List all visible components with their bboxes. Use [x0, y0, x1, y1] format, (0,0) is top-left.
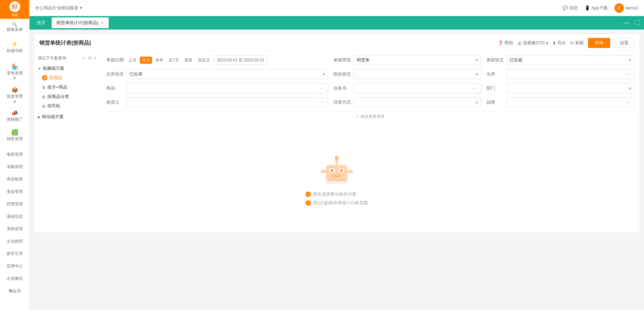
receipt-status-select[interactable]: ▾	[354, 69, 481, 79]
sidebar-search[interactable]: 🔍 搜索菜单	[0, 19, 29, 35]
goods-select[interactable]: ···	[126, 83, 328, 93]
doc-type-select[interactable]: 销货单 ▾	[354, 55, 481, 65]
scheme-item-by-month-goods[interactable]: ▦ 按月+商品	[34, 83, 101, 92]
date-shortcut-more[interactable]: 更多	[182, 57, 195, 64]
scheme-item-by-category[interactable]: ▦ 按商品分类	[34, 92, 101, 101]
tab-home[interactable]: 首页	[32, 17, 50, 28]
sidebar-item-retail[interactable]: 🏪 零售管理 ▼	[0, 60, 29, 83]
filter-row-3: 商品 ··· 业务员 ···	[106, 83, 634, 93]
scheme-settings-icon[interactable]: ⊙	[88, 55, 92, 61]
date-shortcut-this-year[interactable]: 本年	[153, 57, 165, 64]
user-avatar-btn[interactable]: E demo2	[614, 3, 639, 13]
hint-2-number: 2	[306, 200, 311, 206]
date-shortcut-custom[interactable]: 自定义	[196, 57, 212, 64]
tab-maximize-icon[interactable]: ⛶	[633, 18, 641, 27]
salesman-ellipsis[interactable]: ···	[471, 85, 478, 91]
collapse-bar[interactable]: ∧ 收起更多条件	[106, 111, 634, 121]
sidebar-item-system[interactable]: 系统管理	[0, 223, 29, 235]
date-range-input[interactable]: 2023-03-01 至 2023-03-31	[214, 55, 267, 65]
sidebar-item-enterprise[interactable]: 企业协同	[0, 235, 29, 248]
refresh-btn[interactable]: ↻ 刷新	[570, 40, 584, 46]
sidebar-item-member[interactable]: 畅会员	[0, 285, 29, 297]
sidebar: 好 标版 🔍 搜索菜单 ⚡ 快捷导航 🏪 零售管理 ▼ 📦 批发管理 ▲ 📣 营…	[0, 0, 30, 310]
goods-ellipsis[interactable]: ···	[318, 85, 325, 91]
scheme-item-by-driver[interactable]: ▦ 按司机	[34, 101, 101, 111]
sidebar-item-sales[interactable]: 💹 销售管理	[0, 126, 29, 145]
date-shortcut-last-month[interactable]: 上月	[126, 57, 139, 64]
scheme-item-month-icon: ▦	[42, 85, 45, 90]
sidebar-item-operations[interactable]: 经营管理	[0, 198, 29, 210]
sidebar-item-enterprise-wechat[interactable]: 企业微信	[0, 272, 29, 285]
department-select[interactable]: ▾	[506, 83, 634, 93]
divider2	[6, 58, 23, 59]
scheme-mobile-label: 移动端方案	[42, 114, 64, 120]
wholesale-label: 批发管理	[0, 94, 29, 99]
app-download-btn[interactable]: 📱 App下载	[585, 5, 608, 11]
scheme-pc-label: 电脑端方案	[43, 65, 64, 71]
message-btn[interactable]: 💬 消息	[562, 5, 578, 11]
receiver-select[interactable]: ···	[126, 97, 328, 107]
doc-status-select[interactable]: 已生效 ▾	[506, 55, 634, 65]
retail-arrow: ▼	[0, 76, 29, 80]
filter-field-date: 单据日期 上月 本月 本年 近7天 更多 自定义	[106, 55, 328, 65]
sidebar-item-wholesale[interactable]: 📦 批发管理 ▲	[0, 83, 29, 106]
template-print-btn[interactable]: 🖨 按模板打印 ▾	[517, 40, 548, 46]
sidebar-item-purchase[interactable]: 采购管理	[0, 161, 29, 173]
divider3	[6, 147, 23, 147]
marketing-icon: 📣	[0, 110, 29, 116]
help-btn[interactable]: ❓ 帮助	[498, 40, 513, 46]
sidebar-item-quick-nav[interactable]: ⚡ 快捷导航	[0, 38, 29, 57]
sidebar-logo[interactable]: 好 标版	[0, 0, 30, 19]
receiver-ellipsis[interactable]: ···	[318, 99, 325, 105]
scheme-item-by-month-goods-label: 按月+商品	[47, 84, 67, 90]
logo-icon: 好	[9, 1, 20, 12]
filter-row-1: 单据日期 上月 本月 本年 近7天 更多 自定义	[106, 55, 634, 65]
scheme-group-mobile-title[interactable]: ▶ 移动端方案	[34, 112, 101, 121]
scheme-collapse-icon[interactable]: «	[94, 55, 97, 61]
tab-sales-stats[interactable]: 销货单统计计(按商品) ✕	[52, 17, 109, 28]
scheme-item-by-goods[interactable]: 按 按商品	[34, 73, 101, 83]
sidebar-item-finance[interactable]: 资金管理	[0, 186, 29, 198]
settle-select[interactable]: ▾	[354, 97, 481, 107]
filter-field-doc-type: 单据类型 销货单 ▾	[333, 55, 481, 65]
sales-icon: 💹	[0, 129, 29, 136]
empty-hint-2: 2 用[过滤]条件来缩小分析范围	[306, 200, 368, 206]
tab-close-icon[interactable]: ✕	[101, 20, 104, 25]
sidebar-item-inventory[interactable]: 库存核算	[0, 173, 29, 186]
refresh-label: 刷新	[575, 40, 584, 46]
scheme-header-title: 按以下方案查询	[38, 55, 66, 61]
scheme-group-pc-title[interactable]: ▼ 电脑端方案	[34, 64, 101, 73]
filter-field-out-status: 出库状态 已出库 ▾	[106, 69, 328, 79]
sidebar-item-marketing[interactable]: 📣 营销推广	[0, 106, 29, 126]
date-shortcut-this-month[interactable]: 本月	[140, 57, 152, 64]
sidebar-item-app-center[interactable]: 应用中心	[0, 260, 29, 272]
salesman-label: 业务员	[333, 85, 351, 91]
sales-label: 销售管理	[0, 136, 29, 142]
industry-selector[interactable]: 办公用品行业模拟账套 ▾	[35, 5, 82, 11]
date-range-container: 上月 本月 本年 近7天 更多 自定义 2023-03-01 至 2023-03…	[126, 55, 328, 65]
sidebar-item-basic[interactable]: 基础信息	[0, 210, 29, 223]
out-status-select[interactable]: 已出库 ▾	[126, 69, 328, 79]
scheme-add-icon[interactable]: ＋	[81, 55, 86, 61]
scheme-header-icons: ＋ ⊙ «	[81, 55, 97, 61]
date-shortcut-bar: 上月 本月 本年 近7天 更多 自定义	[126, 57, 212, 64]
doc-type-value: 销货单	[357, 57, 370, 63]
out-status-arrow: ▾	[323, 72, 325, 77]
salesman-select[interactable]: ···	[354, 83, 481, 93]
scheme-panel: 按以下方案查询 ＋ ⊙ « ▼ 电脑端方案	[34, 51, 101, 125]
scheme-item-by-driver-label: 按司机	[47, 103, 60, 109]
query-btn[interactable]: 查询	[588, 38, 610, 48]
panel-header: 销货单统计表(按商品) ❓ 帮助 🖨 按模板打印 ▾ ⬇ 导出	[34, 34, 640, 51]
warehouse-ellipsis[interactable]: ···	[624, 71, 631, 77]
tab-minimize-icon[interactable]: —	[623, 18, 631, 27]
export-btn[interactable]: ⬇ 导出	[552, 40, 566, 46]
warehouse-select[interactable]: ···	[506, 69, 634, 79]
date-shortcut-7days[interactable]: 近7天	[167, 57, 181, 64]
basic-label: 基础信息	[0, 214, 29, 219]
settings-btn[interactable]: 设置	[614, 38, 634, 48]
sidebar-item-ecommerce[interactable]: 电商管理	[0, 148, 29, 161]
brand-ellipsis[interactable]: ···	[624, 99, 631, 105]
help-icon: ❓	[498, 41, 503, 46]
brand-select[interactable]: ···	[506, 97, 634, 107]
sidebar-item-newbie[interactable]: 新手引导	[0, 248, 29, 260]
